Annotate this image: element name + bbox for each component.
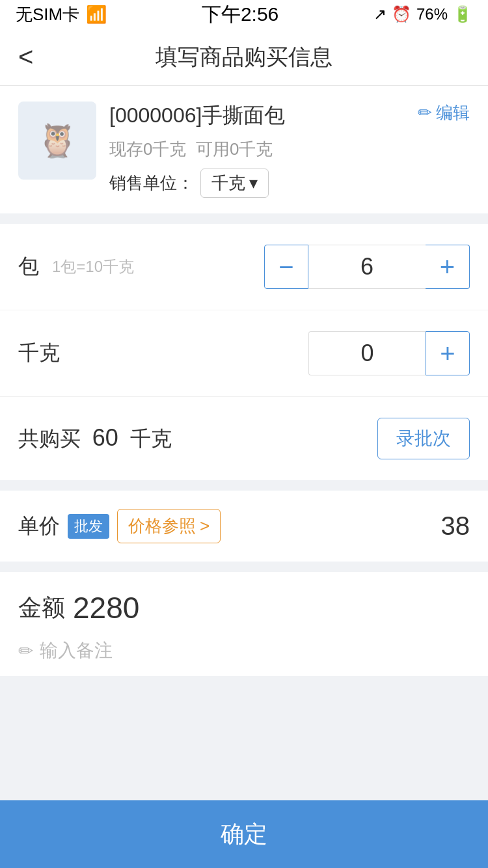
chevron-right-icon: > [200, 516, 210, 536]
product-card: 🦉 [0000006]手撕面包 ✏ 编辑 现存0千克 可用0千克 销售单位： 千… [0, 86, 488, 213]
status-carrier: 无SIM卡 📶 [16, 3, 107, 26]
unit-select[interactable]: 千克 ▾ [200, 169, 269, 198]
note-row[interactable]: ✏ 输入备注 [18, 638, 470, 663]
wifi-icon: 📶 [86, 5, 107, 25]
status-time: 下午2:56 [202, 1, 278, 28]
location-icon: ↗ [373, 5, 386, 23]
package-row: 包 1包=10千克 − + [0, 224, 488, 310]
battery-icon: 🔋 [453, 5, 472, 23]
amount-row: 金额 2280 [18, 590, 470, 625]
product-stock: 现存0千克 可用0千克 [109, 138, 470, 161]
confirm-button[interactable]: 确定 [0, 800, 488, 868]
price-row: 单价 批发 价格参照 > 38 [18, 509, 470, 543]
package-label: 包 1包=10千克 [18, 252, 134, 281]
package-section: 包 1包=10千克 − + 千克 + 共购买 60 千克 录批次 [0, 224, 488, 480]
total-row: 共购买 60 千克 录批次 [0, 397, 488, 480]
kg-plus-button[interactable]: + [426, 331, 470, 375]
price-value: 38 [441, 511, 470, 541]
kg-row: 千克 + [0, 310, 488, 397]
kg-label: 千克 [18, 339, 60, 368]
package-input[interactable] [308, 245, 426, 289]
package-stepper: − + [264, 245, 470, 289]
package-plus-button[interactable]: + [426, 245, 470, 289]
back-button[interactable]: < [18, 42, 33, 72]
package-minus-button[interactable]: − [264, 245, 308, 289]
amount-section: 金额 2280 ✏ 输入备注 [0, 572, 488, 676]
batch-button[interactable]: 录批次 [377, 418, 470, 459]
note-placeholder: 输入备注 [40, 638, 113, 663]
total-label: 共购买 60 千克 [18, 424, 172, 454]
price-section: 单价 批发 价格参照 > 38 [0, 491, 488, 562]
pencil-icon: ✏ [18, 640, 33, 662]
chevron-down-icon: ▾ [249, 173, 258, 193]
kg-input-group: + [308, 331, 470, 375]
batch-tag: 批发 [68, 514, 109, 539]
product-thumb-icon: 🦉 [37, 122, 77, 159]
kg-input[interactable] [308, 331, 426, 375]
page-title: 填写商品购买信息 [156, 42, 332, 72]
product-info: [0000006]手撕面包 ✏ 编辑 现存0千克 可用0千克 销售单位： 千克 … [109, 102, 470, 198]
status-right: ↗ ⏰ 76% 🔋 [373, 5, 472, 23]
edit-button[interactable]: ✏ 编辑 [418, 102, 470, 124]
product-name: [0000006]手撕面包 [109, 102, 285, 130]
status-bar: 无SIM卡 📶 下午2:56 ↗ ⏰ 76% 🔋 [0, 0, 488, 29]
price-ref-button[interactable]: 价格参照 > [117, 509, 221, 543]
nav-bar: < 填写商品购买信息 [0, 29, 488, 86]
battery-level: 76% [416, 5, 448, 23]
product-thumbnail: 🦉 [18, 102, 96, 180]
alarm-icon: ⏰ [392, 5, 411, 23]
price-label-group: 单价 批发 价格参照 > [18, 509, 221, 543]
product-unit-row: 销售单位： 千克 ▾ [109, 169, 470, 198]
